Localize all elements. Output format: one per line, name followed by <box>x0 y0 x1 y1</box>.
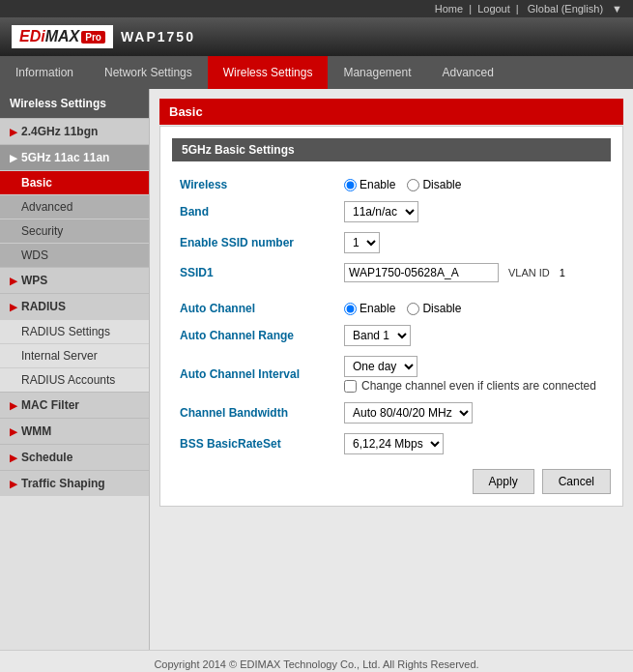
ssid1-row: SSID1 VLAN ID 1 <box>172 258 611 287</box>
sidebar-group-wmm[interactable]: ▶ WMM <box>0 418 149 444</box>
bss-row: BSS BasicRateSet 6,12,24 Mbps <box>172 428 611 459</box>
bss-label: BSS BasicRateSet <box>172 428 336 459</box>
sidebar-wmm-label: WMM <box>21 424 51 438</box>
change-channel-row: Change channel even if clients are conne… <box>344 379 603 393</box>
wireless-enable-radio[interactable] <box>344 179 357 191</box>
ssid1-input[interactable] <box>344 263 499 282</box>
sidebar-item-security-5[interactable]: Security <box>0 219 149 243</box>
band-select[interactable]: 11a/n/ac <box>344 201 418 222</box>
apply-button[interactable]: Apply <box>473 469 534 494</box>
section-title: 5GHz Basic Settings <box>172 138 611 161</box>
vlan-label: VLAN ID <box>508 267 550 278</box>
logo-area: EDiMAX Pro WAP1750 <box>12 25 195 48</box>
sidebar-wps-label: WPS <box>21 274 47 287</box>
auto-channel-interval-col: One day Change channel even if clients a… <box>344 356 603 393</box>
arrow-icon-mac-filter: ▶ <box>10 400 17 411</box>
nav-advanced[interactable]: Advanced <box>426 56 508 89</box>
vlan-value: 1 <box>560 267 565 278</box>
wireless-disable-radio[interactable] <box>407 179 419 191</box>
auto-channel-disable-label[interactable]: Disable <box>407 302 461 315</box>
auto-channel-radio-group: Enable Disable <box>344 302 603 315</box>
ssid1-label: SSID1 <box>172 258 336 287</box>
sidebar-group-5ghz[interactable]: ▶ 5GHz 11ac 11an <box>0 144 149 170</box>
band-row: Band 11a/n/ac <box>172 196 611 227</box>
sidebar-item-internal-server[interactable]: Internal Server <box>0 343 149 367</box>
auto-channel-interval-label: Auto Channel Interval <box>172 351 336 397</box>
separator-row <box>172 287 611 297</box>
sidebar-item-radius-accounts[interactable]: RADIUS Accounts <box>0 367 149 392</box>
sidebar-item-basic-5[interactable]: Basic <box>0 170 149 194</box>
logo-pro: Pro <box>81 31 105 44</box>
sidebar-group-radius[interactable]: ▶ RADIUS <box>0 293 149 319</box>
sidebar-group-24ghz[interactable]: ▶ 2.4GHz 11bgn <box>0 118 149 144</box>
cancel-button[interactable]: Cancel <box>542 469 611 494</box>
logo-text: EDiMAX <box>19 28 79 45</box>
auto-channel-interval-select[interactable]: One day <box>344 356 417 377</box>
home-link[interactable]: Home <box>435 3 463 15</box>
arrow-icon-5ghz: ▶ <box>10 153 17 163</box>
sidebar-group-wps[interactable]: ▶ WPS <box>0 267 149 293</box>
sidebar-schedule-label: Schedule <box>21 451 72 464</box>
wireless-disable-label[interactable]: Disable <box>407 178 461 191</box>
auto-channel-label: Auto Channel <box>172 297 336 320</box>
sidebar-group-24ghz-label: 2.4GHz 11bgn <box>21 125 98 138</box>
logo-box: EDiMAX Pro <box>12 25 113 48</box>
button-row: Apply Cancel <box>172 459 611 494</box>
sidebar-item-wds-5[interactable]: WDS <box>0 243 149 267</box>
ssid-number-row: Enable SSID number 1 <box>172 227 611 258</box>
nav-network-settings[interactable]: Network Settings <box>89 56 208 89</box>
change-channel-checkbox[interactable] <box>344 380 357 393</box>
channel-bandwidth-row: Channel Bandwidth Auto 80/40/20 MHz <box>172 397 611 428</box>
wireless-enable-text: Enable <box>360 178 395 191</box>
auto-channel-disable-radio[interactable] <box>407 303 419 315</box>
auto-channel-row: Auto Channel Enable Disable <box>172 297 611 320</box>
settings-table: Wireless Enable Disable <box>172 173 611 459</box>
main-layout: Wireless Settings ▶ 2.4GHz 11bgn ▶ 5GHz … <box>0 89 633 650</box>
wireless-disable-text: Disable <box>422 178 461 191</box>
footer: Copyright 2014 © EDIMAX Technology Co., … <box>0 650 633 672</box>
sidebar-item-advanced-5[interactable]: Advanced <box>0 194 149 219</box>
channel-bandwidth-select[interactable]: Auto 80/40/20 MHz <box>344 402 473 424</box>
sidebar-item-radius-settings[interactable]: RADIUS Settings <box>0 319 149 343</box>
sidebar-group-5ghz-label: 5GHz 11ac 11an <box>21 151 109 164</box>
content-area: Basic 5GHz Basic Settings Wireless Enabl… <box>150 89 633 650</box>
enable-ssid-select[interactable]: 1 <box>344 232 380 253</box>
sidebar-group-schedule[interactable]: ▶ Schedule <box>0 444 149 470</box>
top-bar: Home | Logout | Global (English) ▼ <box>0 0 633 17</box>
arrow-icon-traffic-shaping: ▶ <box>10 479 17 489</box>
bss-select[interactable]: 6,12,24 Mbps <box>344 433 444 454</box>
language-selector[interactable]: Global (English) <box>528 3 603 15</box>
sidebar: Wireless Settings ▶ 2.4GHz 11bgn ▶ 5GHz … <box>0 89 150 650</box>
auto-channel-range-row: Auto Channel Range Band 1 <box>172 320 611 351</box>
wireless-radio-group: Enable Disable <box>344 178 603 191</box>
sidebar-title: Wireless Settings <box>0 89 149 118</box>
enable-ssid-label: Enable SSID number <box>172 227 336 258</box>
sidebar-group-mac-filter[interactable]: ▶ MAC Filter <box>0 392 149 418</box>
auto-channel-enable-text: Enable <box>360 302 395 315</box>
auto-channel-interval-row: Auto Channel Interval One day Change cha… <box>172 351 611 397</box>
sidebar-group-traffic-shaping[interactable]: ▶ Traffic Shaping <box>0 470 149 496</box>
nav-wireless-settings[interactable]: Wireless Settings <box>208 56 329 89</box>
nav-management[interactable]: Management <box>328 56 426 89</box>
auto-channel-enable-radio[interactable] <box>344 303 357 315</box>
dropdown-arrow: ▼ <box>612 3 622 15</box>
wireless-label: Wireless <box>172 173 336 196</box>
auto-channel-range-select[interactable]: Band 1 <box>344 325 411 346</box>
wireless-enable-label[interactable]: Enable <box>344 178 395 191</box>
ssid1-value-row: VLAN ID 1 <box>344 263 603 282</box>
band-label: Band <box>172 196 336 227</box>
model-name: WAP1750 <box>121 29 195 44</box>
header: EDiMAX Pro WAP1750 <box>0 17 633 56</box>
arrow-icon-wmm: ▶ <box>10 426 17 437</box>
main-nav: Information Network Settings Wireless Se… <box>0 56 633 89</box>
section-box: 5GHz Basic Settings Wireless Enable <box>159 126 623 507</box>
arrow-icon-wps: ▶ <box>10 276 17 286</box>
logout-link[interactable]: Logout <box>477 3 510 15</box>
sidebar-mac-filter-label: MAC Filter <box>21 398 79 412</box>
auto-channel-enable-label[interactable]: Enable <box>344 302 395 315</box>
auto-channel-disable-text: Disable <box>422 302 461 315</box>
sidebar-section-24ghz: ▶ 2.4GHz 11bgn <box>0 118 149 144</box>
auto-channel-range-label: Auto Channel Range <box>172 320 336 351</box>
nav-information[interactable]: Information <box>0 56 89 89</box>
change-channel-label: Change channel even if clients are conne… <box>361 379 596 393</box>
